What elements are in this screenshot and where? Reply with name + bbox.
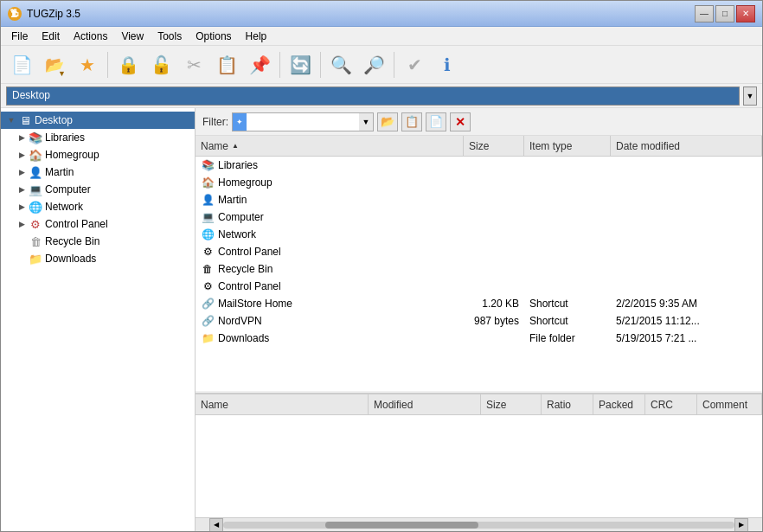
tree-item-computer[interactable]: ▶ 💻 Computer	[1, 181, 195, 198]
main-area: ▼ 🖥 Desktop ▶ 📚 Libraries ▶ 🏠 Homegroup …	[1, 108, 762, 531]
scroll-left-btn[interactable]: ◀	[209, 518, 223, 532]
scroll-track[interactable]	[223, 522, 734, 529]
tree-item-recyclebin[interactable]: ▶ 🗑 Recycle Bin	[1, 233, 195, 250]
menu-actions[interactable]: Actions	[67, 29, 114, 44]
toolbar-check-btn[interactable]: ✔	[399, 49, 430, 80]
file-row[interactable]: ⚙ Control Panel	[196, 278, 762, 295]
main-window: 🗜 TUGZip 3.5 — □ ✕ File Edit Actions Vie…	[0, 0, 763, 532]
file-row[interactable]: 🏠 Homegroup	[196, 174, 762, 191]
file-cell-name: 📁 Downloads	[196, 331, 464, 345]
menu-options[interactable]: Options	[189, 29, 238, 44]
tree-item-libraries[interactable]: ▶ 📚 Libraries	[1, 129, 195, 146]
bottom-scrollbar[interactable]: ◀ ▶	[196, 517, 762, 531]
arc-col-header-packed[interactable]: Packed	[593, 394, 645, 414]
file-row[interactable]: 💻 Computer	[196, 208, 762, 226]
expander-homegroup[interactable]: ▶	[15, 148, 29, 162]
arc-col-header-modified[interactable]: Modified	[369, 394, 481, 414]
file-list-top: Name ▲ Size Item type Date modified	[196, 136, 762, 391]
expander-recyclebin[interactable]: ▶	[15, 234, 29, 248]
toolbar-refresh-btn[interactable]: 🔄	[285, 49, 316, 80]
maximize-button[interactable]: □	[715, 5, 734, 22]
toolbar-info-btn[interactable]: ℹ	[432, 49, 463, 80]
file-row[interactable]: ⚙ Control Panel	[196, 243, 762, 260]
file-row[interactable]: 👤 Martin	[196, 191, 762, 208]
menu-tools[interactable]: Tools	[151, 29, 189, 44]
tree-item-homegroup[interactable]: ▶ 🏠 Homegroup	[1, 146, 195, 163]
file-row[interactable]: 🔗 NordVPN 987 bytes Shortcut 5/21/2015 1…	[196, 312, 762, 330]
tree-item-network[interactable]: ▶ 🌐 Network	[1, 198, 195, 215]
scroll-thumb[interactable]	[325, 522, 478, 529]
file-cell-size: 987 bytes	[464, 315, 524, 327]
martin-icon: 👤	[29, 165, 42, 179]
col-header-type[interactable]: Item type	[524, 136, 611, 156]
address-dropdown-btn[interactable]: ▼	[743, 87, 757, 106]
toolbar-sep-4	[394, 52, 394, 78]
filter-save-btn[interactable]: 📄	[426, 112, 446, 131]
scroll-right-btn[interactable]: ▶	[734, 518, 748, 532]
expander-downloads[interactable]: ▶	[15, 252, 29, 266]
file-row[interactable]: 📚 Libraries	[196, 157, 762, 174]
menu-file[interactable]: File	[4, 29, 35, 44]
arc-col-header-size[interactable]: Size	[481, 394, 542, 414]
archive-header: Name Modified Size Ratio Packed	[196, 394, 762, 415]
toolbar-paste-btn[interactable]: 📌	[244, 49, 275, 80]
menu-edit[interactable]: Edit	[35, 29, 67, 44]
arc-col-header-crc[interactable]: CRC	[645, 394, 697, 414]
file-row[interactable]: 🗑 Recycle Bin	[196, 260, 762, 278]
toolbar-star-btn[interactable]: ★	[72, 49, 103, 80]
file-row[interactable]: 🔗 MailStore Home 1.20 KB Shortcut 2/2/20…	[196, 295, 762, 312]
address-input[interactable]: Desktop	[6, 87, 740, 106]
filter-dropdown-btn[interactable]: ▼	[359, 113, 373, 131]
file-icon: 📁	[201, 331, 215, 345]
filter-input[interactable]	[247, 113, 359, 131]
toolbar-lock2-btn[interactable]: 🔓	[145, 49, 176, 80]
file-icon: 🔗	[201, 314, 215, 328]
menu-help[interactable]: Help	[239, 29, 274, 44]
file-row[interactable]: 🌐 Network	[196, 226, 762, 243]
tree-panel: ▼ 🖥 Desktop ▶ 📚 Libraries ▶ 🏠 Homegroup …	[1, 108, 196, 531]
expander-network[interactable]: ▶	[15, 200, 29, 214]
arc-col-header-comment[interactable]: Comment	[697, 394, 762, 414]
address-bar: Desktop ▼	[1, 84, 762, 108]
toolbar-cut-btn[interactable]: ✂	[178, 49, 209, 80]
toolbar-find-btn[interactable]: 🔍	[325, 49, 356, 80]
file-cell-name: 🔗 NordVPN	[196, 314, 464, 328]
file-icon: 🗑	[201, 262, 215, 276]
filter-delete-btn[interactable]: ✕	[450, 112, 471, 131]
toolbar-open-btn[interactable]: 📂▼	[39, 49, 70, 80]
arc-col-header-ratio[interactable]: Ratio	[542, 394, 593, 414]
menu-view[interactable]: View	[114, 29, 151, 44]
expander-controlpanel[interactable]: ▶	[15, 217, 29, 231]
lock1-icon: 🔒	[118, 54, 139, 75]
find-icon: 🔍	[330, 54, 352, 75]
file-cell-type: Shortcut	[524, 315, 611, 327]
col-header-date[interactable]: Date modified	[611, 136, 762, 156]
file-icon: 📚	[201, 158, 215, 172]
libraries-icon: 📚	[29, 131, 42, 144]
col-header-name[interactable]: Name ▲	[196, 136, 464, 156]
tree-item-desktop[interactable]: ▼ 🖥 Desktop	[1, 112, 195, 129]
toolbar-lock1-btn[interactable]: 🔒	[112, 49, 144, 80]
expander-libraries[interactable]: ▶	[15, 131, 29, 144]
titlebar-left: 🗜 TUGZip 3.5	[8, 7, 80, 21]
expander-computer[interactable]: ▶	[15, 183, 29, 196]
toolbar-copy-btn[interactable]: 📋	[211, 49, 242, 80]
expander-desktop[interactable]: ▼	[4, 113, 18, 127]
lock2-icon: 🔓	[151, 54, 172, 75]
filter-clear-btn[interactable]: 📋	[401, 112, 422, 131]
file-row[interactable]: 📁 Downloads File folder 5/19/2015 7:21 .…	[196, 330, 762, 347]
arc-col-header-name[interactable]: Name	[196, 394, 369, 414]
close-button[interactable]: ✕	[736, 5, 755, 22]
minimize-button[interactable]: —	[695, 5, 714, 22]
tree-item-controlpanel[interactable]: ▶ ⚙ Control Panel	[1, 215, 195, 233]
expander-martin[interactable]: ▶	[15, 165, 29, 179]
filter-add-btn[interactable]: 📂	[377, 112, 398, 131]
sort-arrow-name: ▲	[232, 142, 239, 150]
tree-item-downloads[interactable]: ▶ 📁 Downloads	[1, 250, 195, 267]
col-header-size[interactable]: Size	[464, 136, 524, 156]
toolbar-find2-btn[interactable]: 🔎	[358, 49, 389, 80]
toolbar-new-btn[interactable]: 📄	[6, 49, 37, 80]
file-icon: ⚙	[201, 245, 215, 259]
file-icon: 🌐	[201, 228, 215, 241]
tree-item-martin[interactable]: ▶ 👤 Martin	[1, 163, 195, 181]
